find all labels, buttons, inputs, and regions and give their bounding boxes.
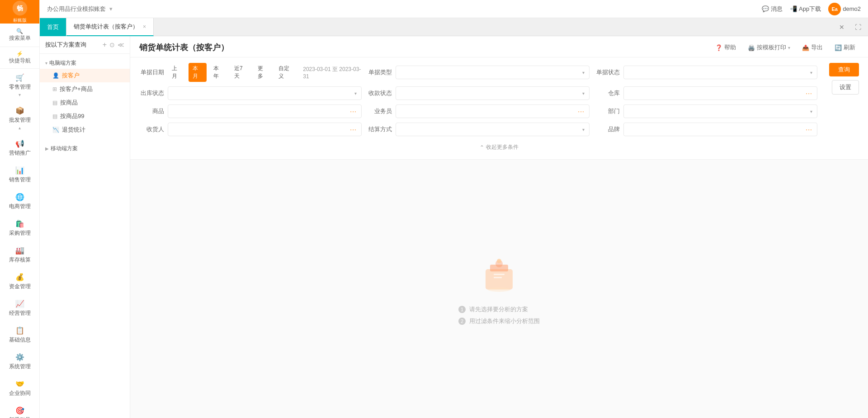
quick-nav-label: 快捷导航 [9,57,31,64]
desktop-group-header[interactable]: ▾ 电脑端方案 [40,57,130,69]
settlement-select[interactable]: ▾ [396,123,590,136]
finance-icon: 💰 [15,273,24,281]
filter-row-4: 收货人 ··· 结算方式 ▾ [139,123,817,136]
warehouse-dots[interactable]: ··· [806,90,812,97]
sidebar-item-system[interactable]: ⚙️ 系统管理 [0,348,39,375]
salesperson-label: 业务员 [367,107,392,115]
filter-row-2: 出库状态 ▾ 收款状态 ▾ [139,86,817,100]
left-panel-actions: + ⊙ ≪ [103,41,124,49]
mobile-scheme-group: ▶ 移动端方案 [40,139,130,157]
quick-nav-item[interactable]: ⚡ 快捷导航 [0,47,39,69]
print-btn[interactable]: 🖨️ 按模板打印 ▾ [744,42,794,53]
order-type-label: 单据类型 [367,68,392,76]
sidebar-item-guide[interactable]: 🎯 新手引导 [0,402,39,418]
close-window-btn[interactable]: ✕ [835,21,848,33]
sidebar-item-operations[interactable]: 📈 经营管理 [0,295,39,322]
help-label: 帮助 [724,43,736,52]
logo-text: 标账版 [13,17,27,24]
warehouse-select[interactable]: ··· [623,86,817,100]
sidebar-item-sales-label: 销售管理 [9,176,31,184]
collect-status-select[interactable]: ▾ [396,86,590,100]
sidebar-item-marketing[interactable]: 📢 营销推广 [0,135,39,162]
app-download-label: App下载 [799,5,821,13]
date-btn-7days[interactable]: 近7天 [230,63,251,82]
settings-button[interactable]: 设置 [832,80,859,95]
date-btn-custom[interactable]: 自定义 [274,63,297,82]
scheme-item-customer-product[interactable]: ⊞ 按客户+商品 [40,82,130,96]
mobile-group-header[interactable]: ▶ 移动端方案 [40,142,130,154]
tab-sales-stats[interactable]: 销货单统计表（按客户） × [66,18,154,36]
topbar-dropdown-icon[interactable]: ▾ [109,5,113,12]
filter-area: 单据日期 上月 本月 本年 近7天 更多 自定义 2023-03-01 至 20… [130,57,868,160]
product-select[interactable]: ··· [168,104,362,118]
date-btn-last-month[interactable]: 上月 [168,63,186,82]
collect-status-label: 收款状态 [367,89,392,97]
help-btn[interactable]: ❓ 帮助 [712,42,740,53]
system-icon: ⚙️ [15,353,24,361]
sidebar-item-wholesale[interactable]: 📦 批发管理 ▴ [0,102,39,135]
app-download-btn[interactable]: 📲 App下载 [790,5,821,13]
page-header: 销货单统计表（按客户） ❓ 帮助 🖨️ 按模板打印 ▾ 📤 导出 [130,36,868,57]
sales-icon: 📊 [15,166,24,175]
out-status-select[interactable]: ▾ [168,86,362,100]
export-icon: 📤 [802,44,809,51]
date-btn-more[interactable]: 更多 [254,63,272,82]
maximize-btn[interactable]: ⛶ [852,21,864,33]
scheme-item-return-stats[interactable]: 📉 退货统计 [40,123,130,137]
product99-scheme-icon: ▤ [52,113,57,119]
sidebar-item-ecommerce[interactable]: 🌐 电商管理 [0,188,39,215]
sidebar-item-inventory[interactable]: 🏭 库存核算 [0,242,39,268]
tab-close-btn[interactable]: × [143,24,146,30]
message-icon: 💬 [762,5,769,12]
sidebar-item-basic-label: 基础信息 [9,336,31,344]
department-select[interactable]: ▾ [623,104,817,118]
order-type-select[interactable]: ▾ [396,66,590,79]
scheme-item-by-customer[interactable]: 👤 按客户 [40,69,130,82]
collapse-up-icon: ⌃ [480,144,484,151]
sidebar-item-retail[interactable]: 🛒 零售管理 ▾ [0,69,39,102]
collapse-more-btn[interactable]: ⌃ 收起更多条件 [139,141,859,154]
settings-scheme-btn[interactable]: ⊙ [109,41,115,48]
customer-scheme-icon: 👤 [52,72,59,79]
collapse-panel-btn[interactable]: ≪ [118,41,124,48]
sidebar-item-system-label: 系统管理 [9,363,31,370]
date-filter: 上月 本月 本年 近7天 更多 自定义 2023-03-01 至 2023-03… [168,63,362,82]
scheme-item-by-product[interactable]: ▤ 按商品 [40,96,130,109]
collect-status-cell: 收款状态 ▾ [367,86,590,100]
product-dots[interactable]: ··· [350,108,357,115]
filter-row-3: 商品 ··· 业务员 ··· [139,104,817,118]
topbar: 办公用品行业模拟账套 ▾ 💬 消息 📲 App下载 Ea demo2 [40,0,868,18]
sidebar-item-purchase[interactable]: 🛍️ 采购管理 [0,215,39,242]
user-profile-btn[interactable]: Ea demo2 [828,3,861,15]
order-status-select[interactable]: ▾ [623,66,817,79]
salesperson-dots[interactable]: ··· [578,108,585,115]
scheme-item-by-product99[interactable]: ▤ 按商品99 [40,109,130,123]
filter-main: 单据日期 上月 本月 本年 近7天 更多 自定义 2023-03-01 至 20… [139,63,859,141]
brand-dots[interactable]: ··· [806,126,812,133]
date-btn-this-month[interactable]: 本月 [189,63,207,82]
left-panel: 按以下方案查询 + ⊙ ≪ ▾ 电脑端方案 👤 按客户 ⊞ 按客 [40,36,130,418]
filter-row-1: 单据日期 上月 本月 本年 近7天 更多 自定义 2023-03-01 至 20… [139,63,817,82]
sidebar-item-sales[interactable]: 📊 销售管理 [0,162,39,188]
product-label: 商品 [139,107,164,115]
message-btn[interactable]: 💬 消息 [762,5,783,13]
tab-home[interactable]: 首页 [40,18,66,36]
topbar-left: 办公用品行业模拟账套 ▾ [47,5,113,13]
sidebar-item-basic[interactable]: 📋 基础信息 [0,322,39,348]
receiver-dots[interactable]: ··· [350,126,357,133]
salesperson-select[interactable]: ··· [396,104,590,118]
receiver-select[interactable]: ··· [168,123,362,136]
search-button[interactable]: 查询 [829,63,859,76]
add-scheme-btn[interactable]: + [103,41,107,49]
refresh-btn[interactable]: 🔄 刷新 [831,42,859,53]
date-btn-this-year[interactable]: 本年 [209,63,227,82]
svg-point-8 [488,287,510,292]
sidebar-item-finance[interactable]: 💰 资金管理 [0,268,39,295]
search-icon: 🔍 [0,28,39,34]
brand-select[interactable]: ··· [623,123,817,136]
sidebar-item-enterprise[interactable]: 🤝 企业协同 [0,375,39,402]
search-menu-item[interactable]: 🔍 搜索菜单 [0,24,39,47]
export-btn[interactable]: 📤 导出 [798,42,826,53]
collect-status-caret: ▾ [582,91,585,96]
empty-state: 请先选择要分析的方案 用过滤条件来缩小分析范围 [130,160,868,418]
